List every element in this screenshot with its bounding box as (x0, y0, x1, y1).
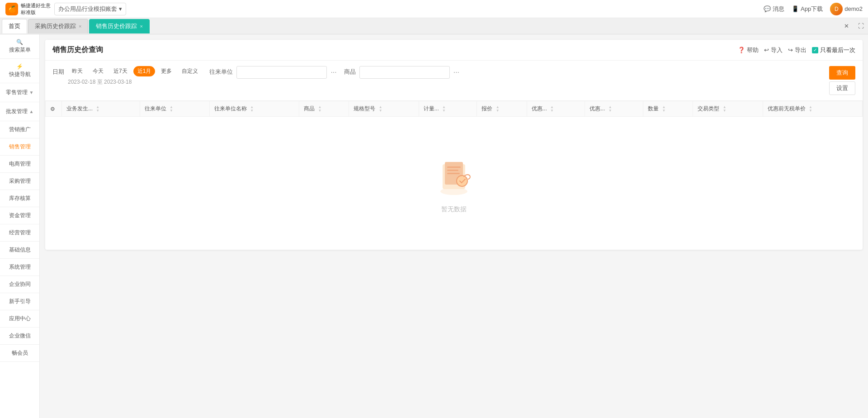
table-col-trade-type[interactable]: 交易类型 ▲▼ (693, 101, 763, 117)
search-menu-icon: 🔍 (16, 39, 23, 45)
sort-icon: ▲▼ (496, 105, 500, 113)
show-last-only-checkbox-area[interactable]: ✓ 只看最后一次 (812, 46, 855, 54)
sidebar-item-retail-mgmt[interactable]: 零售管理 ▼ (0, 83, 39, 102)
table-header-row: ⚙ 业务发生... ▲▼ 往来单位 ▲▼ 往来单位名称 ▲ (46, 101, 863, 117)
import-icon: ↩ (764, 47, 769, 53)
partner-dots-icon[interactable]: ··· (330, 68, 336, 76)
sidebar-item-label: 电商管理 (9, 160, 31, 168)
page-card: 销售历史价查询 ❓ 帮助 ↩ 导入 ↪ 导出 ✓ (45, 40, 863, 250)
table-col-partner-name[interactable]: 往来单位名称 ▲▼ (209, 101, 299, 117)
message-icon: 💬 (764, 5, 771, 12)
header-left: 🍊 畅捷通好生意 标准版 办公用品行业模拟账套 ▾ (5, 2, 126, 15)
sort-icon: ▲▼ (318, 105, 321, 113)
close-tabs-button[interactable]: ✕ (841, 21, 852, 32)
sidebar-item-marketing[interactable]: 营销推广 (0, 121, 39, 138)
goods-dots-icon[interactable]: ··· (453, 68, 459, 76)
sidebar-item-finance[interactable]: 资金管理 (0, 207, 39, 224)
question-icon: ❓ (738, 47, 745, 53)
date-btn-1month[interactable]: 近1月 (133, 66, 156, 76)
date-options: 昨天 今天 近7天 近1月 更多 自定义 2023-02-18 至 2023-0… (68, 66, 202, 86)
help-link[interactable]: ❓ 帮助 (738, 46, 759, 54)
sidebar-item-label: 畅会员 (12, 349, 28, 357)
user-action[interactable]: D demo2 (830, 3, 863, 15)
data-table: ⚙ 业务发生... ▲▼ 往来单位 ▲▼ 往来单位名称 ▲ (45, 101, 863, 117)
sort-icon: ▲▼ (170, 105, 173, 113)
partner-input[interactable] (236, 66, 327, 79)
sidebar-item-purchase[interactable]: 采购管理 (0, 173, 39, 190)
table-col-settings[interactable]: ⚙ (46, 101, 62, 117)
app-download-action[interactable]: 📱 App下载 (792, 5, 823, 13)
sort-icon: ▲▼ (442, 105, 446, 113)
date-btn-custom[interactable]: 自定义 (178, 66, 202, 76)
goods-filter-group: 商品 ··· (344, 66, 459, 79)
table-col-quantity[interactable]: 数量 ▲▼ (643, 101, 693, 117)
sidebar-item-wholesale-mgmt[interactable]: 批发管理 ▲ (0, 102, 39, 121)
message-action[interactable]: 💬 消息 (764, 5, 784, 13)
partner-filter-group: 往来单位 ··· (209, 66, 336, 79)
sidebar-item-member[interactable]: 畅会员 (0, 345, 39, 362)
date-buttons: 昨天 今天 近7天 近1月 更多 自定义 (68, 66, 202, 76)
date-btn-7days[interactable]: 近7天 (109, 66, 132, 76)
query-button[interactable]: 查询 (829, 66, 855, 80)
sidebar-item-inventory[interactable]: 库存核算 (0, 190, 39, 207)
sidebar-item-search-menu[interactable]: 🔍 搜索菜单 (0, 34, 39, 59)
date-btn-yesterday[interactable]: 昨天 (68, 66, 87, 76)
tab-purchase-history-label: 采购历史价跟踪 (35, 22, 76, 30)
export-icon: ↪ (788, 47, 793, 53)
sidebar-item-label: 零售管理 (6, 89, 28, 96)
filter-right-buttons: 查询 设置 (829, 66, 855, 95)
goods-input[interactable] (359, 66, 450, 79)
sidebar-item-enterprise-wechat[interactable]: 企业微信 (0, 328, 39, 345)
setting-button[interactable]: 设置 (829, 81, 855, 95)
chevron-down-icon: ▼ (29, 90, 34, 95)
app-selector[interactable]: 办公用品行业模拟账套 ▾ (54, 3, 126, 15)
avatar: D (830, 3, 843, 15)
tab-bar-actions: ✕ ⛶ (841, 21, 866, 32)
table-col-biz-date[interactable]: 业务发生... ▲▼ (62, 101, 140, 117)
sort-icon: ▲▼ (609, 105, 612, 113)
top-header: 🍊 畅捷通好生意 标准版 办公用品行业模拟账套 ▾ 💬 消息 📱 App下载 D… (0, 0, 868, 18)
table-col-price[interactable]: 报价 ▲▼ (477, 101, 527, 117)
tab-sales-close-icon[interactable]: × (140, 24, 142, 29)
table-col-goods[interactable]: 商品 ▲▼ (299, 101, 349, 117)
table-col-spec[interactable]: 规格型号 ▲▼ (349, 101, 419, 117)
sidebar-item-basic-info[interactable]: 基础信息 (0, 242, 39, 259)
date-btn-today[interactable]: 今天 (89, 66, 108, 76)
table-col-partner-code[interactable]: 往来单位 ▲▼ (140, 101, 209, 117)
table-col-discount2[interactable]: 优惠... ▲▼ (585, 101, 643, 117)
logo-text: 畅捷通好生意 标准版 (21, 2, 51, 15)
tab-purchase-close-icon[interactable]: × (79, 24, 81, 29)
fullscreen-button[interactable]: ⛶ (855, 21, 866, 32)
table-col-discount1[interactable]: 优惠... ▲▼ (527, 101, 585, 117)
checked-icon: ✓ (812, 47, 818, 53)
sidebar-item-quick-nav[interactable]: ⚡ 快捷导航 (0, 59, 39, 83)
logo-area: 🍊 畅捷通好生意 标准版 (5, 2, 51, 15)
sidebar-item-label: 搜索菜单 (9, 46, 31, 54)
date-btn-more[interactable]: 更多 (157, 66, 176, 76)
tab-bar: 首页 采购历史价跟踪 × 销售历史价跟踪 × ✕ ⛶ (0, 18, 868, 34)
tab-purchase-history[interactable]: 采购历史价跟踪 × (28, 19, 88, 33)
tab-sales-history-label: 销售历史价跟踪 (96, 22, 137, 30)
sidebar-item-label: 企业协同 (9, 280, 31, 288)
page-title: 销售历史价查询 (52, 45, 103, 55)
sidebar-item-new-guide[interactable]: 新手引导 (0, 293, 39, 310)
export-link[interactable]: ↪ 导出 (788, 46, 807, 54)
table-col-unit[interactable]: 计量... ▲▼ (419, 101, 477, 117)
sidebar-item-enterprise-coop[interactable]: 企业协同 (0, 276, 39, 293)
sidebar-item-ecommerce[interactable]: 电商管理 (0, 156, 39, 173)
sidebar-item-operations[interactable]: 经营管理 (0, 224, 39, 242)
svg-rect-3 (447, 166, 461, 168)
header-right: 💬 消息 📱 App下载 D demo2 (764, 3, 863, 15)
sidebar-item-sales-mgmt[interactable]: 销售管理 (0, 138, 39, 156)
quick-nav-icon: ⚡ (16, 63, 23, 70)
sidebar-item-label: 企业微信 (9, 332, 31, 340)
tab-sales-history[interactable]: 销售历史价跟踪 × (89, 19, 149, 33)
table-col-pre-tax-price[interactable]: 优惠前无税单价 ▲▼ (763, 101, 862, 117)
sidebar-item-system[interactable]: 系统管理 (0, 259, 39, 276)
svg-rect-5 (447, 173, 460, 174)
sidebar-item-label: 库存核算 (9, 195, 31, 202)
import-link[interactable]: ↩ 导入 (764, 46, 783, 54)
sidebar-item-app-center[interactable]: 应用中心 (0, 310, 39, 328)
tab-home[interactable]: 首页 (2, 19, 27, 33)
sidebar-item-label: 系统管理 (9, 263, 31, 271)
